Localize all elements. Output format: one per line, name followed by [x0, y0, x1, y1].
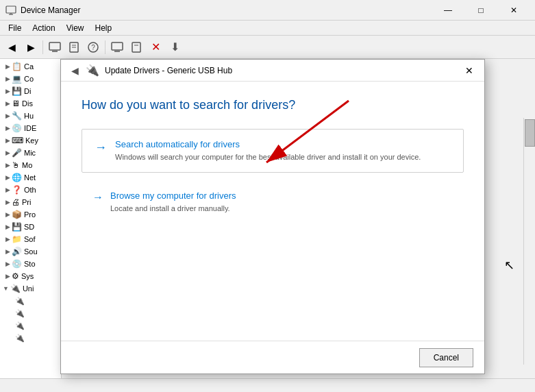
cancel-button[interactable]: Cancel — [419, 348, 473, 367]
toolbar-computer[interactable] — [108, 38, 126, 56]
option2-arrow: → — [92, 191, 103, 204]
tree-sub-usb-2[interactable]: 🔌 — [0, 307, 61, 319]
tree-sub-usb-1[interactable]: 🔌 — [0, 295, 61, 307]
tree-item-network[interactable]: ▶ 🌐 Net — [0, 171, 61, 184]
device-tree: ▶ 📋 Ca ▶ 💻 Co ▶ 💾 Di ▶ 🖥 Dis ▶ 🔧 Hu ▶ 💿 … — [0, 59, 62, 378]
menu-view[interactable]: View — [61, 22, 90, 34]
svg-text:?: ? — [91, 44, 95, 51]
tree-label: Mo — [22, 161, 32, 169]
svg-rect-3 — [49, 42, 60, 50]
tree-item-sd[interactable]: ▶ 💾 SD — [0, 221, 61, 233]
tree-label: SD — [24, 223, 34, 231]
option2-title: Browse my computer for drivers — [110, 191, 236, 201]
tree-label: Sto — [24, 260, 36, 268]
window-controls: — □ ✕ — [432, 0, 530, 21]
toolbar-forward[interactable]: ▶ — [22, 38, 40, 56]
maximize-button[interactable]: □ — [465, 0, 497, 21]
tree-item-usb[interactable]: ▼ 🔌 Uni — [0, 282, 61, 295]
tree-item-other[interactable]: ▶ ❓ Oth — [0, 184, 61, 196]
dialog-heading: How do you want to search for drivers? — [82, 98, 464, 112]
main-area: ▶ 📋 Ca ▶ 💻 Co ▶ 💾 Di ▶ 🖥 Dis ▶ 🔧 Hu ▶ 💿 … — [0, 59, 535, 378]
dialog-footer: Cancel — [61, 341, 484, 373]
option1-arrow: → — [95, 140, 107, 155]
close-button[interactable]: ✕ — [498, 0, 530, 21]
browse-computer-option[interactable]: → Browse my computer for drivers Locate … — [82, 184, 464, 221]
dialog-back-button[interactable]: ◀ — [66, 62, 83, 79]
tree-label: Ca — [24, 62, 34, 71]
toolbar-help[interactable]: ? — [84, 38, 102, 56]
scrollbar-thumb[interactable] — [525, 119, 535, 147]
svg-rect-0 — [6, 6, 16, 13]
menu-bar: File Action View Help — [0, 21, 535, 36]
tree-label: Pro — [24, 210, 36, 219]
option1-desc: Windows will search your computer for th… — [115, 152, 421, 162]
tree-item-human[interactable]: ▶ 🔧 Hu — [0, 110, 61, 122]
menu-file[interactable]: File — [3, 22, 27, 34]
tree-label: Sof — [24, 235, 36, 243]
tree-label: Oth — [24, 186, 36, 194]
dialog-close-button[interactable]: ✕ — [460, 61, 479, 80]
cursor: ↖ — [504, 258, 514, 273]
tree-label: Mic — [24, 149, 36, 157]
tree-item-display[interactable]: ▶ 🖥 Dis — [0, 97, 61, 110]
search-automatically-option[interactable]: → Search automatically for drivers Windo… — [82, 129, 464, 173]
tree-item-monitors[interactable]: ▶ 🖱 Mo — [0, 159, 61, 171]
tree-label: Sou — [24, 247, 38, 256]
tree-label: IDE — [24, 124, 36, 132]
tree-label: Key — [25, 136, 38, 145]
tree-item-processors[interactable]: ▶ 📦 Pro — [0, 208, 61, 221]
dialog-title-icon: 🔌 — [86, 64, 99, 77]
tree-sub-usb-4[interactable]: 🔌 — [0, 332, 61, 344]
dialog-content: How do you want to search for drivers? →… — [61, 82, 484, 341]
tree-item-keyboard[interactable]: ▶ ⌨ Key — [0, 134, 61, 147]
option1-title: Search automatically for drivers — [115, 139, 421, 149]
tree-item-software[interactable]: ▶ 📁 Sof — [0, 233, 61, 245]
toolbar-delete[interactable]: ✕ — [147, 38, 164, 56]
tree-item-ide[interactable]: ▶ 💿 IDE — [0, 122, 61, 134]
status-bar — [0, 378, 535, 392]
tree-label: Net — [24, 173, 36, 182]
svg-rect-10 — [112, 42, 123, 50]
toolbar-sep-1 — [42, 40, 43, 54]
dialog-title-bar: ◀ 🔌 Update Drivers - Generic USB Hub ✕ — [61, 60, 484, 82]
title-bar: Device Manager — □ ✕ — [0, 0, 535, 21]
tree-item-diskdrives[interactable]: ▶ 💾 Di — [0, 85, 61, 97]
dialog-title: Update Drivers - Generic USB Hub — [105, 66, 460, 75]
tree-label: Sys — [21, 272, 34, 280]
tree-label: Hu — [24, 112, 34, 120]
app-icon — [5, 5, 16, 16]
tree-sub-usb-3[interactable]: 🔌 — [0, 319, 61, 332]
update-drivers-dialog: ◀ 🔌 Update Drivers - Generic USB Hub ✕ H… — [60, 59, 485, 374]
tree-item-computer[interactable]: ▶ 💻 Co — [0, 73, 61, 85]
tree-label: Co — [24, 75, 34, 83]
menu-help[interactable]: Help — [90, 22, 118, 34]
option1-text: Search automatically for drivers Windows… — [115, 139, 421, 162]
tree-label: Pri — [22, 198, 31, 206]
scrollbar[interactable] — [523, 118, 535, 365]
tree-item-mice[interactable]: ▶ 🎤 Mic — [0, 147, 61, 159]
toolbar-btn-1[interactable] — [46, 38, 64, 56]
minimize-button[interactable]: — — [432, 0, 464, 21]
tree-item-sound[interactable]: ▶ 🔊 Sou — [0, 245, 61, 258]
tree-label: Dis — [22, 99, 33, 108]
tree-label: Uni — [23, 284, 34, 293]
toolbar-sep-2 — [105, 40, 105, 54]
menu-action[interactable]: Action — [27, 22, 60, 34]
svg-rect-12 — [132, 42, 140, 52]
toolbar-properties[interactable] — [127, 38, 145, 56]
app-title: Device Manager — [21, 5, 432, 15]
expand-arrow: ▶ — [5, 63, 10, 70]
toolbar: ◀ ▶ ? ✕ ⬇ — [0, 36, 535, 59]
option2-desc: Locate and install a driver manually. — [110, 204, 236, 214]
tree-item-printers[interactable]: ▶ 🖨 Pri — [0, 196, 61, 208]
option2-text: Browse my computer for drivers Locate an… — [110, 191, 236, 214]
tree-item-storage[interactable]: ▶ 💿 Sto — [0, 258, 61, 270]
tree-item-system[interactable]: ▶ ⚙ Sys — [0, 270, 61, 282]
toolbar-update[interactable]: ⬇ — [166, 38, 184, 56]
tree-label: Di — [24, 87, 31, 95]
tree-item-cameras[interactable]: ▶ 📋 Ca — [0, 60, 61, 73]
toolbar-btn-2[interactable] — [65, 38, 83, 56]
toolbar-back[interactable]: ◀ — [3, 38, 21, 56]
